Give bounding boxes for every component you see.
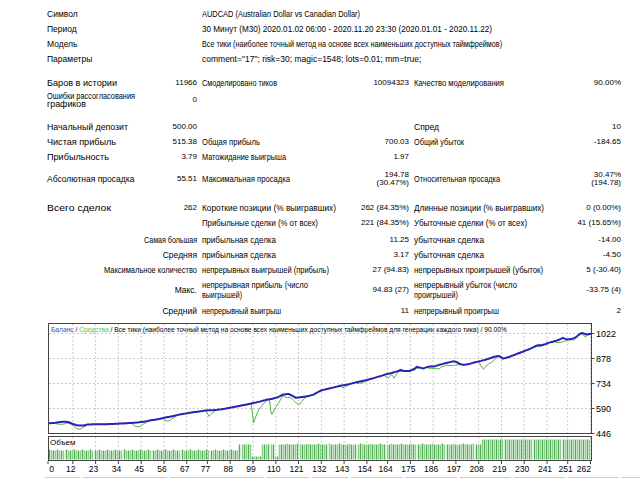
svg-text:1022: 1022 bbox=[596, 329, 616, 339]
svg-text:77: 77 bbox=[201, 464, 211, 474]
svg-text:0: 0 bbox=[49, 464, 54, 474]
svg-text:734: 734 bbox=[596, 379, 611, 389]
svg-text:132: 132 bbox=[312, 464, 326, 474]
svg-text:175: 175 bbox=[401, 464, 415, 474]
svg-text:590: 590 bbox=[596, 404, 611, 414]
svg-text:99: 99 bbox=[246, 464, 256, 474]
svg-text:197: 197 bbox=[447, 464, 461, 474]
svg-text:241: 241 bbox=[538, 464, 552, 474]
svg-text:219: 219 bbox=[492, 464, 506, 474]
svg-text:121: 121 bbox=[289, 464, 303, 474]
svg-text:164: 164 bbox=[379, 464, 393, 474]
svg-text:878: 878 bbox=[596, 354, 611, 364]
svg-text:143: 143 bbox=[335, 464, 349, 474]
svg-text:251: 251 bbox=[559, 464, 573, 474]
svg-text:56: 56 bbox=[157, 464, 167, 474]
svg-text:12: 12 bbox=[66, 464, 76, 474]
svg-text:34: 34 bbox=[112, 464, 122, 474]
svg-text:45: 45 bbox=[134, 464, 144, 474]
svg-text:154: 154 bbox=[358, 464, 372, 474]
svg-text:208: 208 bbox=[470, 464, 484, 474]
svg-text:186: 186 bbox=[424, 464, 438, 474]
svg-text:67: 67 bbox=[180, 464, 190, 474]
svg-text:230: 230 bbox=[515, 464, 529, 474]
svg-text:446: 446 bbox=[596, 429, 611, 439]
svg-text:88: 88 bbox=[223, 464, 233, 474]
svg-text:23: 23 bbox=[89, 464, 99, 474]
svg-text:262: 262 bbox=[577, 464, 591, 474]
svg-text:110: 110 bbox=[267, 464, 281, 474]
